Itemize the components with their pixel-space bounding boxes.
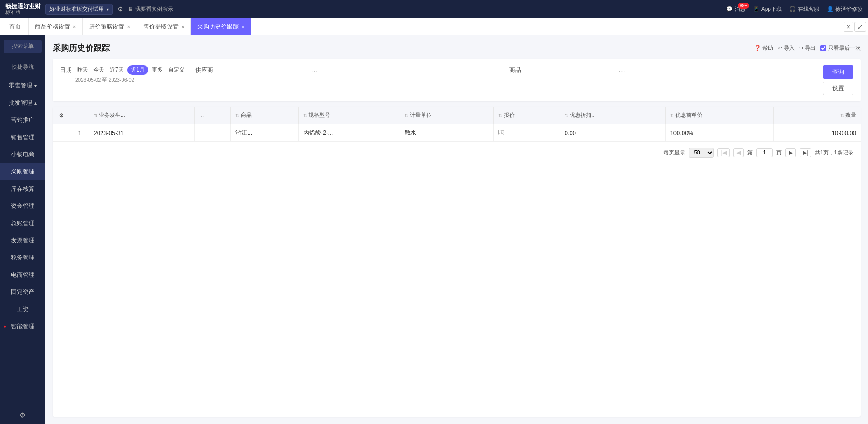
date-btn-yesterday[interactable]: 昨天: [75, 65, 90, 75]
tab-product-price[interactable]: 商品价格设置 ×: [29, 18, 83, 35]
sidebar-item-finance[interactable]: 资金管理: [0, 198, 45, 215]
cell-biz-date: 2023-05-31: [89, 124, 195, 142]
cell-price: 0.00: [560, 124, 665, 142]
sidebar-gear-icon[interactable]: ⚙: [20, 411, 26, 419]
column-settings-icon[interactable]: ⚙: [59, 112, 64, 119]
sidebar-item-fixed-assets[interactable]: 固定资产: [0, 284, 45, 301]
message-button[interactable]: 💬 消息 99+: [726, 5, 746, 13]
col-spec-model[interactable]: ⇅ 规格型号: [298, 107, 400, 124]
sort-icon[interactable]: ⇅: [94, 113, 98, 118]
sidebar-item-marketing[interactable]: 营销推广: [0, 111, 45, 129]
table-header-row: ⚙ ⇅ 业务发生... ... ⇅ 商品 ⇅: [53, 107, 861, 124]
date-btn-today[interactable]: 今天: [92, 65, 106, 75]
online-service-button[interactable]: 🎧 在线客服: [789, 5, 819, 13]
close-icon[interactable]: ×: [181, 24, 184, 29]
close-icon[interactable]: ×: [241, 24, 244, 29]
tab-purchase-strategy[interactable]: 进价策略设置 ×: [83, 18, 137, 35]
last-page-button[interactable]: ▶|: [800, 148, 811, 157]
sort-icon[interactable]: ⇅: [670, 113, 674, 118]
tab-purchase-history[interactable]: 采购历史价跟踪 ×: [191, 18, 251, 35]
close-tab-button[interactable]: ×: [844, 22, 853, 32]
import-button[interactable]: ↩ 导入: [778, 44, 795, 52]
sidebar-item-ecommerce[interactable]: 电商管理: [0, 266, 45, 284]
col-product[interactable]: ⇅ 商品: [231, 107, 298, 124]
message-badge: 99+: [738, 3, 749, 9]
col-settings: ⚙: [53, 107, 71, 124]
chevron-down-icon: ▾: [107, 7, 109, 12]
app-download-button[interactable]: 📱 App下载: [753, 5, 782, 13]
page-number-input[interactable]: [756, 148, 773, 157]
sort-icon[interactable]: ⇅: [840, 113, 844, 118]
export-button[interactable]: ↪ 导出: [799, 44, 816, 52]
quick-nav-button[interactable]: 快捷导航: [0, 61, 45, 74]
sort-icon[interactable]: ⇅: [498, 113, 502, 118]
header-actions: ❓ 帮助 ↩ 导入 ↪ 导出 只看最后一次: [754, 44, 861, 52]
col-price[interactable]: ⇅ 报价: [494, 107, 560, 124]
product-more-icon[interactable]: ...: [619, 66, 626, 73]
view-last-input[interactable]: [820, 45, 826, 51]
settings-icon[interactable]: ⚙: [117, 5, 123, 13]
sidebar-item-retail[interactable]: 零售管理 ▾: [0, 77, 45, 94]
tab-sale-price-extract[interactable]: 售价提取设置 ×: [137, 18, 191, 35]
top-bar: 畅捷通好业财 标准版 好业财标准版交付试用 ▾ ⚙ 🖥 我要看实例演示 💬 消息…: [0, 0, 868, 18]
sidebar-item-tax[interactable]: 税务管理: [0, 249, 45, 266]
sidebar-item-wholesale[interactable]: 批发管理 ▴: [0, 94, 45, 111]
col-price-before-discount[interactable]: ⇅ 优惠前单价: [665, 107, 773, 124]
sidebar-item-payroll[interactable]: 工资: [0, 301, 45, 318]
sidebar-bottom: ⚙: [0, 406, 45, 424]
sort-icon[interactable]: ⇅: [303, 113, 307, 118]
prev-page-button[interactable]: ◀: [733, 148, 744, 157]
product-input[interactable]: [525, 65, 615, 74]
per-page-select[interactable]: 50 100 200: [689, 148, 714, 158]
headset-icon: 🎧: [789, 6, 796, 12]
sidebar-item-sales[interactable]: 销售管理: [0, 129, 45, 146]
sidebar: 搜索菜单 快捷导航 零售管理 ▾ 批发管理 ▴ 营销推广 销售管理 小畅电商 采…: [0, 35, 45, 424]
view-last-checkbox[interactable]: 只看最后一次: [820, 44, 861, 52]
sidebar-item-ledger[interactable]: 总账管理: [0, 215, 45, 232]
user-info[interactable]: 👤 徐泽华修改: [827, 5, 863, 13]
user-icon: 👤: [827, 6, 834, 12]
close-icon[interactable]: ×: [127, 24, 130, 29]
col-quantity[interactable]: ⇅ 数量: [773, 107, 861, 124]
col-biz-date[interactable]: ⇅ 业务发生...: [89, 107, 195, 124]
col-more[interactable]: ...: [195, 107, 231, 124]
tab-home[interactable]: 首页: [2, 18, 29, 35]
version-selector-label: 好业财标准版交付试用: [49, 5, 104, 13]
query-button[interactable]: 查询: [823, 65, 853, 79]
sidebar-item-invoice[interactable]: 发票管理: [0, 232, 45, 249]
supplier-input[interactable]: [217, 65, 307, 74]
sort-icon[interactable]: ⇅: [565, 113, 568, 118]
close-icon[interactable]: ×: [73, 24, 76, 29]
filter-settings-button[interactable]: 设置: [823, 82, 853, 95]
col-unit[interactable]: ⇅ 计量单位: [400, 107, 494, 124]
first-page-button[interactable]: |◀: [717, 148, 729, 157]
sort-icon[interactable]: ⇅: [235, 113, 239, 118]
sidebar-quick-nav: 快捷导航: [0, 58, 45, 77]
tab-bar-controls: × ⤢: [844, 22, 868, 32]
sidebar-item-purchase[interactable]: 采购管理: [0, 163, 45, 180]
supplier-label: 供应商: [195, 65, 213, 74]
cell-price-before-discount: 10900.00: [773, 124, 861, 142]
top-bar-left: 畅捷通好业财 标准版 好业财标准版交付试用 ▾ ⚙ 🖥 我要看实例演示: [5, 3, 173, 16]
date-btn-more[interactable]: 更多: [150, 65, 165, 75]
date-btn-7days[interactable]: 近7天: [108, 65, 126, 75]
date-btn-custom[interactable]: 自定义: [166, 65, 186, 75]
chevron-down-icon: ▾: [34, 83, 37, 88]
sidebar-item-intelligent[interactable]: 智能管理: [0, 318, 45, 335]
col-discount[interactable]: ⇅ 优惠折扣...: [560, 107, 665, 124]
search-menu-button[interactable]: 搜索菜单: [4, 40, 42, 53]
phone-icon: 📱: [753, 6, 760, 12]
version-selector[interactable]: 好业财标准版交付试用 ▾: [45, 4, 113, 15]
next-page-button[interactable]: ▶: [785, 148, 796, 157]
expand-tab-button[interactable]: ⤢: [854, 22, 866, 32]
supplier-more-icon[interactable]: ...: [311, 66, 318, 73]
filter-actions: 查询 设置: [823, 65, 853, 95]
sort-icon[interactable]: ⇅: [405, 113, 408, 118]
date-btn-1month[interactable]: 近1月: [127, 65, 149, 75]
help-button[interactable]: ❓ 帮助: [754, 44, 773, 52]
sidebar-item-ecommerce-small[interactable]: 小畅电商: [0, 146, 45, 163]
help-icon: ❓: [754, 45, 761, 51]
sidebar-items: 零售管理 ▾ 批发管理 ▴ 营销推广 销售管理 小畅电商 采购管理 库存核算 资…: [0, 77, 45, 406]
demo-link[interactable]: 🖥 我要看实例演示: [128, 5, 173, 13]
sidebar-item-inventory[interactable]: 库存核算: [0, 180, 45, 198]
